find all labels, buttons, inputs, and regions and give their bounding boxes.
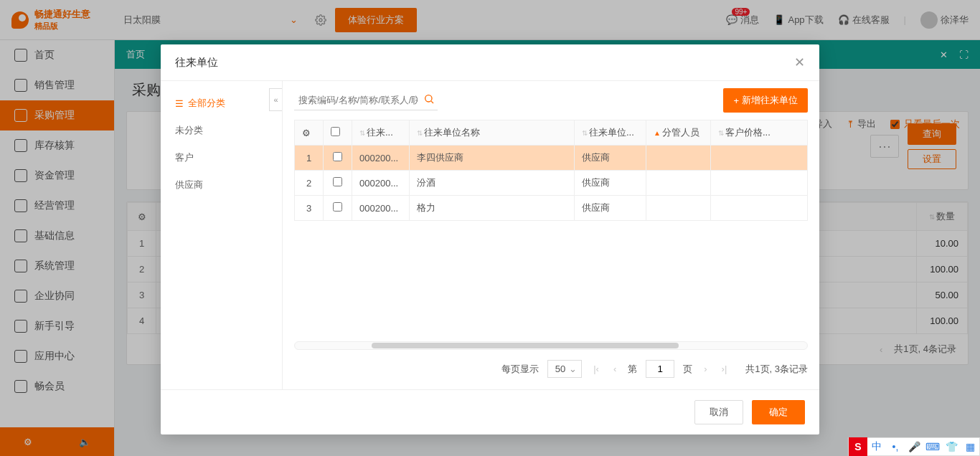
category-all[interactable]: ☰ 全部分类 <box>161 90 282 117</box>
row-checkbox[interactable] <box>333 152 342 161</box>
ime-logo-icon[interactable]: S <box>849 437 867 456</box>
plus-icon: + <box>733 95 739 106</box>
cancel-button[interactable]: 取消 <box>694 400 743 424</box>
close-icon[interactable]: ✕ <box>794 54 805 70</box>
confirm-button[interactable]: 确定 <box>752 400 805 424</box>
col-person[interactable]: ▲分管人员 <box>646 120 711 146</box>
search-wrap <box>294 90 438 110</box>
ime-punct-icon[interactable]: •, <box>886 437 905 456</box>
col-gear[interactable]: ⚙ <box>295 120 324 146</box>
partner-modal: 往来单位 ✕ ☰ 全部分类 未分类客户供应商 « <box>161 44 819 434</box>
search-input[interactable] <box>294 90 438 110</box>
pager-next-icon[interactable]: › <box>701 364 710 374</box>
ime-skin-icon[interactable]: 👕 <box>942 437 961 456</box>
ime-toolbox-icon[interactable]: ▦ <box>961 437 979 456</box>
ime-mic-icon[interactable]: 🎤 <box>905 437 923 456</box>
pager-first-icon[interactable]: |‹ <box>590 364 602 374</box>
add-partner-button[interactable]: + 新增往来单位 <box>723 88 808 113</box>
collapse-sidebar-icon[interactable]: « <box>269 88 282 111</box>
col-price[interactable]: ⇅客户价格... <box>711 120 808 146</box>
category-item-1[interactable]: 客户 <box>161 144 282 171</box>
category-item-2[interactable]: 供应商 <box>161 171 282 199</box>
page-input[interactable] <box>646 360 674 378</box>
row-checkbox[interactable] <box>333 177 342 186</box>
modal-footer: 取消 确定 <box>161 389 819 434</box>
col-code[interactable]: ⇅往来... <box>352 120 410 146</box>
pager-prev-icon[interactable]: ‹ <box>611 364 619 374</box>
col-name[interactable]: ⇅往来单位名称 <box>410 120 575 146</box>
svg-point-1 <box>425 95 432 102</box>
modal-main: + 新增往来单位 ⚙ ⇅往来... ⇅往来单位名称 ⇅往来单位... ▲分管人员 <box>283 81 819 389</box>
modal-header: 往来单位 ✕ <box>161 44 819 81</box>
ime-bar: S 中 •, 🎤 ⌨ 👕 ▦ <box>848 437 980 456</box>
table-row[interactable]: 1000200...李四供应商供应商 <box>295 146 808 171</box>
category-item-0[interactable]: 未分类 <box>161 117 282 144</box>
pager-last-icon[interactable]: ›| <box>719 364 730 374</box>
modal-sidebar: ☰ 全部分类 未分类客户供应商 « <box>161 81 283 389</box>
modal-title: 往来单位 <box>175 56 218 70</box>
horizontal-scrollbar[interactable] <box>294 341 808 350</box>
ime-lang[interactable]: 中 <box>867 437 886 456</box>
table-row[interactable]: 3000200...格力供应商 <box>295 196 808 221</box>
col-type[interactable]: ⇅往来单位... <box>575 120 646 146</box>
list-icon: ☰ <box>175 98 184 109</box>
table-row[interactable]: 2000200...汾酒供应商 <box>295 171 808 196</box>
svg-line-2 <box>431 101 433 103</box>
partner-table: ⚙ ⇅往来... ⇅往来单位名称 ⇅往来单位... ▲分管人员 ⇅客户价格...… <box>294 120 808 221</box>
row-checkbox[interactable] <box>333 202 342 212</box>
page-size-select[interactable]: 50 ⌄ <box>547 360 582 378</box>
modal-overlay: 往来单位 ✕ ☰ 全部分类 未分类客户供应商 « <box>0 0 980 456</box>
col-select-all[interactable] <box>324 120 352 146</box>
modal-pager: 每页显示 50 ⌄ |‹ ‹ 第 页 › ›| 共1页, 3条记录 <box>294 350 808 378</box>
ime-keyboard-icon[interactable]: ⌨ <box>923 437 942 456</box>
search-icon[interactable] <box>423 93 435 105</box>
